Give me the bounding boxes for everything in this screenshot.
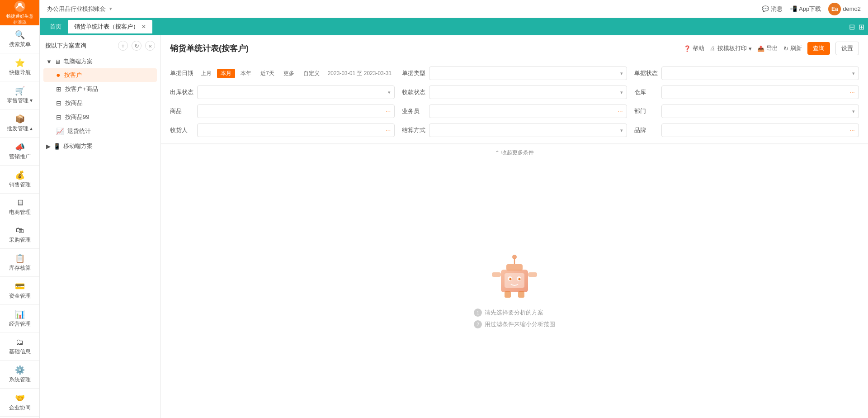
tab-maximize-icon[interactable]: ⊞ <box>859 23 864 31</box>
sidebar-quick-nav[interactable]: ⭐ 快捷导航 <box>0 53 39 81</box>
sales-icon: 💰 <box>2 170 38 180</box>
settlement-control[interactable] <box>429 124 627 137</box>
empty-hint-1: 1 请先选择要分析的方案 <box>474 309 555 317</box>
hint-num-2: 2 <box>474 320 482 328</box>
refresh-scheme-btn[interactable]: ↻ <box>132 41 142 51</box>
filter-group-department: 部门 <box>634 104 859 118</box>
help-action[interactable]: ❓ 帮助 <box>684 44 704 52</box>
panel-title: 按以下方案查询 <box>45 42 86 50</box>
wholesale-icon: 📦 <box>2 114 38 124</box>
svg-rect-13 <box>505 291 511 298</box>
header-right: 💬 消息 📲 App下载 Ea demo2 <box>762 3 861 15</box>
product99-icon: ⊟ <box>56 114 61 121</box>
collapse-row: ⌃ 收起更多条件 <box>161 144 868 161</box>
customer-product-icon: ⊞ <box>56 86 61 93</box>
filter-area: 单据日期 上月 本月 本年 近7天 更多 自定义 2023-03-01 至 20… <box>161 60 868 144</box>
sidebar-marketing-label: 营销推广 <box>9 153 31 160</box>
app-download-item[interactable]: 📲 App下载 <box>790 5 821 13</box>
tree-item-by-product[interactable]: ⊟ 按商品 <box>43 96 157 110</box>
collapse-button[interactable]: ⌃ 收起更多条件 <box>490 147 539 158</box>
help-icon: ❓ <box>684 45 691 52</box>
tree-group-mobile-label[interactable]: ▶ 📱 移动端方案 <box>43 140 157 152</box>
user-item[interactable]: Ea demo2 <box>828 3 861 15</box>
group-computer-icon: 🖥 <box>55 58 61 65</box>
filter-group-salesperson: 业务员 <box>402 104 627 118</box>
nav-icon: ⭐ <box>2 58 38 68</box>
sidebar-purchase-label: 采购管理 <box>9 237 31 243</box>
warehouse-control[interactable] <box>661 86 859 99</box>
date-tab-this-month[interactable]: 本月 <box>217 69 235 78</box>
svg-point-6 <box>509 278 512 280</box>
filter-group-order-type: 单据类型 <box>402 66 627 80</box>
sidebar-retail[interactable]: 🛒 零售管理 ▾ <box>0 81 39 109</box>
filter-row-3: 商品 业务员 部门 <box>170 104 859 118</box>
order-status-control[interactable] <box>661 66 859 80</box>
marketing-icon: 📣 <box>2 142 38 152</box>
sidebar-marketing[interactable]: 📣 营销推广 <box>0 138 39 166</box>
retail-icon: 🛒 <box>2 86 38 96</box>
salesperson-label: 业务员 <box>402 107 425 115</box>
app-name: 畅捷通好生意 <box>6 14 33 19</box>
sidebar-wholesale[interactable]: 📦 批发管理 ▴ <box>0 109 39 138</box>
hint-text-2: 用过滤条件来缩小分析范围 <box>485 320 555 328</box>
product-icon: ⊟ <box>56 100 61 107</box>
tree-item-refund[interactable]: 📈 退货统计 <box>43 124 157 138</box>
sidebar-basic-label: 基础信息 <box>9 348 31 355</box>
tab-home[interactable]: 首页 <box>43 20 68 33</box>
sidebar-system[interactable]: ⚙️ 系统管理 <box>0 361 39 389</box>
sidebar-basic[interactable]: 🗂 基础信息 <box>0 333 39 361</box>
sidebar-ecommerce[interactable]: 🖥 电商管理 <box>0 194 39 221</box>
sidebar-search[interactable]: 🔍 搜索菜单 <box>0 25 39 53</box>
receipt-status-control[interactable] <box>429 86 627 99</box>
tree-item-by-customer-product[interactable]: ⊞ 按客户+商品 <box>43 82 157 96</box>
export-action[interactable]: 📤 导出 <box>757 44 778 52</box>
sidebar-finance[interactable]: 💳 资金管理 <box>0 277 39 305</box>
print-icon: 🖨 <box>710 45 716 52</box>
tree-item-by-customer[interactable]: ● 按客户 <box>43 68 157 82</box>
filter-row-4: 收货人 结算方式 品牌 <box>170 124 859 137</box>
order-type-label: 单据类型 <box>402 69 425 77</box>
tree-group-desktop-label[interactable]: ▼ 🖥 电脑端方案 <box>43 55 157 68</box>
department-control[interactable] <box>661 104 859 118</box>
date-tab-more[interactable]: 更多 <box>280 69 298 78</box>
filter-group-order-status: 单据状态 <box>634 66 859 80</box>
sidebar-operations[interactable]: 📊 经营管理 <box>0 305 39 333</box>
message-icon: 💬 <box>762 5 769 12</box>
sidebar-sales[interactable]: 💰 销售管理 <box>0 166 39 194</box>
refresh-action[interactable]: ↻ 刷新 <box>783 44 802 52</box>
svg-point-10 <box>512 255 517 259</box>
order-type-control[interactable] <box>429 66 627 80</box>
query-button[interactable]: 查询 <box>807 42 830 55</box>
out-status-control[interactable] <box>197 86 395 99</box>
dropdown-chevron[interactable]: ▾ <box>109 6 112 12</box>
date-tab-custom[interactable]: 自定义 <box>300 69 323 78</box>
salesperson-control[interactable] <box>429 104 627 118</box>
date-tab-last-month[interactable]: 上月 <box>197 69 215 78</box>
message-item[interactable]: 💬 消息 <box>762 5 783 13</box>
sidebar-system-label: 系统管理 <box>9 376 31 383</box>
product-control[interactable] <box>197 104 395 118</box>
breadcrumb: 办公用品行业模拟账套 <box>47 5 106 13</box>
print-chevron-icon: ▾ <box>749 45 752 52</box>
sidebar-finance-label: 资金管理 <box>9 293 31 299</box>
sidebar-inventory[interactable]: 📋 库存核算 <box>0 249 39 277</box>
print-action[interactable]: 🖨 按模板打印 ▾ <box>710 44 752 52</box>
date-control: 上月 本月 本年 近7天 更多 自定义 2023-03-01 至 2023-03… <box>197 69 395 78</box>
customer-icon: ● <box>56 71 61 79</box>
sidebar-enterprise[interactable]: 🤝 企业协同 <box>0 389 39 417</box>
tree-group-desktop: ▼ 🖥 电脑端方案 ● 按客户 ⊞ 按客户+商品 ⊟ 按商品 <box>43 55 157 138</box>
brand-control[interactable] <box>661 124 859 137</box>
sidebar-purchase[interactable]: 🛍 采购管理 <box>0 221 39 249</box>
system-icon: ⚙️ <box>2 365 38 375</box>
tree-item-by-product-99[interactable]: ⊟ 按商品99 <box>43 110 157 124</box>
tab-sales-stat[interactable]: 销货单统计表（按客户） ✕ <box>68 20 152 33</box>
collapse-panel-btn[interactable]: « <box>145 41 155 51</box>
collapse-up-icon: ⌃ <box>495 150 500 156</box>
date-tab-7days[interactable]: 近7天 <box>257 69 278 78</box>
receiver-control[interactable] <box>197 124 395 137</box>
date-tab-this-year[interactable]: 本年 <box>237 69 255 78</box>
tab-close-icon[interactable]: ✕ <box>142 24 146 30</box>
add-scheme-btn[interactable]: + <box>118 41 128 51</box>
settings-button[interactable]: 设置 <box>835 42 859 55</box>
tab-minimize-icon[interactable]: ⊟ <box>849 23 855 31</box>
